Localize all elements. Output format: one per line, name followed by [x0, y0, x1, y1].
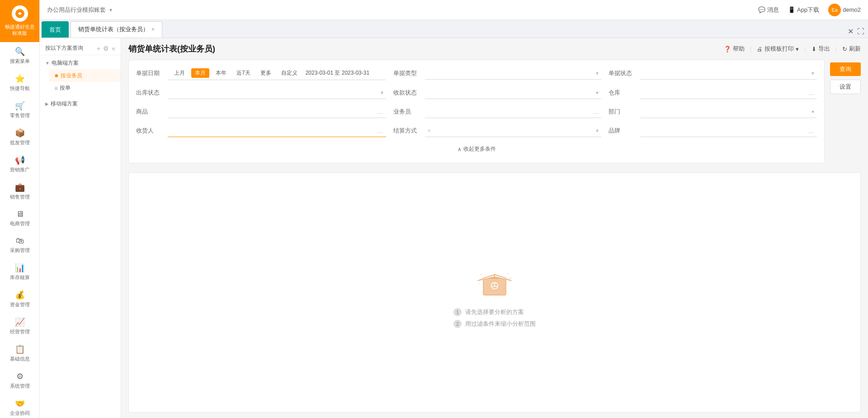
sidebar-item-marketing[interactable]: 📢 营销推广	[0, 151, 39, 178]
retail-icon: 🛒	[15, 101, 25, 111]
sidebar-label-enterprise: 企业协同	[10, 410, 30, 417]
tab-controls: ✕ ⛶	[848, 27, 864, 38]
maximize-window-icon[interactable]: ⛶	[857, 28, 864, 36]
app-download-button[interactable]: 📱 App下载	[788, 6, 819, 14]
date-btn-this-month[interactable]: 本月	[191, 68, 209, 78]
svg-point-6	[507, 272, 509, 274]
svg-point-7	[478, 283, 480, 285]
dept-dropdown-icon: ▾	[811, 109, 814, 115]
order-type-input[interactable]: ▾	[425, 67, 602, 80]
sidebar-item-operations[interactable]: 📈 经营管理	[0, 313, 39, 340]
settlement-input[interactable]: × ▾	[425, 124, 602, 137]
out-status-label: 出库状态	[136, 89, 168, 97]
tabbar: 首页 销货单统计表（按业务员） × ✕ ⛶	[40, 20, 868, 38]
sidebar-item-search[interactable]: 🔍 搜索菜单	[0, 42, 39, 69]
active-scheme-icon: ●	[54, 71, 59, 80]
topbar-right: 💬 消息 📱 App下载 Ea demo2	[758, 4, 861, 16]
sidebar-item-enterprise[interactable]: 🤝 企业协同	[0, 394, 39, 418]
filter-field-warehouse: 仓库 …	[609, 86, 817, 99]
sidebar-item-basic-info[interactable]: 📋 基础信息	[0, 340, 39, 367]
warehouse-input[interactable]: …	[640, 86, 817, 99]
brand-label: 品牌	[609, 127, 640, 135]
tree-item-order[interactable]: ≡ 按单	[49, 82, 121, 94]
salesperson-input[interactable]: …	[425, 105, 602, 118]
tab-home-label: 首页	[49, 26, 61, 34]
help-button[interactable]: ❓ 帮助	[724, 45, 745, 53]
system-icon: ⚙	[16, 371, 24, 381]
collapse-button[interactable]: ∧ 收起更多条件	[452, 143, 501, 155]
sidebar-label-system: 系统管理	[10, 383, 30, 390]
sidebar-item-wholesale[interactable]: 📦 批发管理	[0, 124, 39, 151]
app-download-icon: 📱	[788, 6, 795, 13]
empty-state: 1 请先选择要分析的方案 2 用过滤条件来缩小分析范围	[128, 172, 861, 413]
tree-sub-items: ● 按业务员 ≡ 按单	[40, 69, 121, 94]
order-scheme-icon: ≡	[54, 85, 58, 92]
date-selector[interactable]: 上月 本月 本年 近7天 更多 自定义 2023-03-01 至 2023-03…	[168, 66, 386, 80]
filter-field-goods: 商品 …	[136, 105, 386, 118]
filter-field-dept: 部门 ▾	[609, 105, 817, 118]
tip-num-1: 1	[453, 308, 462, 316]
user-profile[interactable]: Ea demo2	[828, 4, 861, 16]
tree-item-salesperson[interactable]: ● 按业务员	[49, 69, 121, 82]
ecommerce-icon: 🖥	[16, 209, 24, 219]
left-panel: 按以下方案查询 + ⚙ « ▼ 电脑端方案 ● 按业务员	[40, 38, 121, 418]
receiver-dots-icon: …	[377, 127, 383, 134]
sidebar-item-finance[interactable]: 💰 资金管理	[0, 285, 39, 313]
date-btn-7days[interactable]: 近7天	[233, 68, 254, 78]
sidebar-item-inventory[interactable]: 📊 库存核算	[0, 258, 39, 285]
out-status-input[interactable]: ▾	[168, 86, 386, 99]
sidebar-label-finance: 资金管理	[10, 301, 30, 308]
settings-scheme-icon[interactable]: ⚙	[103, 45, 109, 52]
brand-input[interactable]: …	[640, 124, 817, 137]
date-btn-more[interactable]: 更多	[257, 68, 275, 78]
collapse-panel-icon[interactable]: «	[112, 45, 115, 52]
date-btn-custom[interactable]: 自定义	[278, 68, 301, 78]
tab-close-icon[interactable]: ×	[151, 27, 155, 32]
add-scheme-icon[interactable]: +	[97, 45, 100, 52]
refresh-button[interactable]: ↻ 刷新	[842, 45, 861, 53]
date-btn-this-year[interactable]: 本年	[212, 68, 230, 78]
date-range-text: 2023-03-01 至 2023-03-31	[306, 69, 369, 77]
topbar-left: 办公用品行业模拟账套 ▾	[47, 6, 112, 14]
print-dropdown-icon: ▾	[796, 46, 799, 52]
export-icon: ⬇	[811, 46, 816, 52]
dept-label: 部门	[609, 108, 640, 116]
filter-row-1: 单据日期 上月 本月 本年 近7天 更多 自定义 2023-03-01 至 20…	[136, 66, 817, 80]
out-status-dropdown-icon: ▾	[381, 90, 383, 96]
settings-button[interactable]: 设置	[830, 80, 861, 94]
inventory-icon: 📊	[15, 263, 25, 273]
settlement-clear-icon[interactable]: ×	[428, 128, 431, 134]
breadcrumb-dropdown-icon[interactable]: ▾	[109, 7, 112, 13]
action-buttons: 查询 设置	[830, 60, 861, 94]
finance-icon: 💰	[15, 290, 25, 300]
close-window-icon[interactable]: ✕	[848, 27, 854, 36]
payment-status-input[interactable]: ▾	[425, 86, 602, 99]
search-icon: 🔍	[15, 47, 25, 57]
export-button[interactable]: ⬇ 导出	[811, 45, 830, 53]
tab-sales-stat[interactable]: 销货单统计表（按业务员） ×	[71, 21, 162, 38]
pc-group-text: 电脑端方案	[52, 59, 79, 67]
sidebar-item-purchase[interactable]: 🛍 采购管理	[0, 232, 39, 258]
sidebar-item-sales[interactable]: 💼 销售管理	[0, 178, 39, 205]
query-button[interactable]: 查询	[830, 62, 861, 76]
sidebar-item-quick-nav[interactable]: ⭐ 快捷导航	[0, 69, 39, 96]
sidebar-label-search: 搜索菜单	[10, 58, 30, 65]
tip-num-2: 2	[453, 320, 462, 328]
sidebar-item-retail[interactable]: 🛒 零售管理	[0, 96, 39, 124]
dept-input[interactable]: ▾	[640, 105, 817, 118]
sidebar-item-ecommerce[interactable]: 🖥 电商管理	[0, 205, 39, 232]
sidebar: 畅捷通好生意标准版 🔍 搜索菜单 ⭐ 快捷导航 🛒 零售管理 📦 批发管理 📢 …	[0, 0, 40, 418]
avatar-text: Ea	[832, 7, 838, 13]
tab-home[interactable]: 首页	[42, 21, 69, 38]
date-btn-last-month[interactable]: 上月	[170, 68, 189, 78]
sidebar-label-purchase: 采购管理	[10, 247, 30, 254]
receiver-input[interactable]: …	[168, 124, 386, 137]
template-print-button[interactable]: 🖨 按模板打印 ▾	[757, 45, 799, 53]
operations-icon: 📈	[15, 317, 25, 327]
sidebar-item-system[interactable]: ⚙ 系统管理	[0, 367, 39, 394]
tip-text-1: 请先选择要分析的方案	[465, 308, 524, 316]
message-button[interactable]: 💬 消息	[758, 6, 779, 14]
salesperson-dots-icon: …	[592, 108, 599, 115]
goods-input[interactable]: …	[168, 105, 386, 118]
order-status-input[interactable]: ▾	[640, 67, 817, 80]
